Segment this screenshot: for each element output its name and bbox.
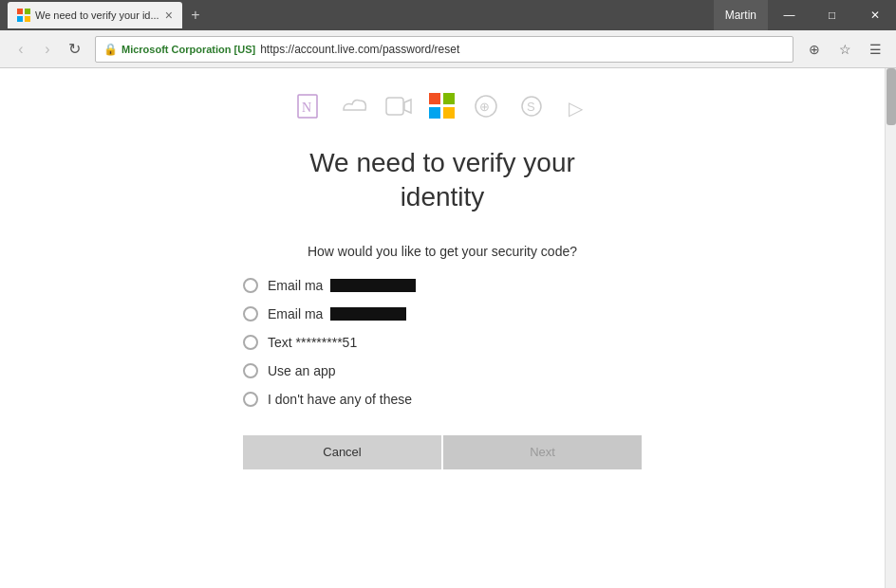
email1-label: Email ma bbox=[268, 278, 416, 293]
app-option[interactable]: Use an app bbox=[243, 363, 642, 378]
app-radio[interactable] bbox=[243, 363, 258, 378]
bookmark-button[interactable]: ☆ bbox=[831, 36, 858, 63]
maximize-button[interactable]: □ bbox=[811, 0, 853, 30]
email1-redacted bbox=[330, 279, 416, 292]
page-title: We need to verify your identity bbox=[309, 146, 575, 215]
app-label: Use an app bbox=[268, 363, 336, 378]
lock-icon: 🔒 bbox=[103, 43, 118, 56]
text-radio[interactable] bbox=[243, 335, 258, 350]
microsoft-logo bbox=[429, 93, 456, 119]
ms-logo-blue bbox=[429, 107, 440, 119]
question-text: How would you like to get your security … bbox=[308, 244, 577, 259]
minimize-button[interactable]: — bbox=[768, 0, 811, 30]
menu-button[interactable]: ☰ bbox=[862, 36, 888, 63]
email1-radio[interactable] bbox=[243, 278, 258, 293]
main-area: N bbox=[0, 68, 885, 588]
titlebar: We need to verify your id... × + Martin … bbox=[0, 0, 896, 30]
svg-text:▷: ▷ bbox=[569, 98, 584, 119]
none-label: I don't have any of these bbox=[268, 392, 412, 407]
scrollbar[interactable] bbox=[885, 68, 896, 588]
scrollbar-thumb[interactable] bbox=[887, 68, 896, 125]
username-label: Martin bbox=[725, 9, 756, 22]
navigation-toolbar: ‹ › ↻ 🔒 Microsoft Corporation [US] https… bbox=[0, 30, 896, 68]
toolbar-actions: ⊕ ☆ ☰ bbox=[801, 36, 888, 63]
svg-text:⊕: ⊕ bbox=[479, 100, 490, 114]
svg-rect-1 bbox=[25, 9, 30, 14]
xbox-icon: ⊕ bbox=[471, 91, 501, 121]
menu-icon: ☰ bbox=[869, 42, 882, 57]
user-profile-button[interactable]: Martin bbox=[714, 0, 768, 30]
active-tab[interactable]: We need to verify your id... × bbox=[8, 2, 182, 28]
forward-button[interactable]: › bbox=[34, 36, 61, 63]
email2-label: Email ma bbox=[268, 306, 406, 322]
page-content: N bbox=[0, 68, 896, 588]
extensions-button[interactable]: ⊕ bbox=[801, 36, 828, 63]
text-option[interactable]: Text *********51 bbox=[243, 335, 642, 350]
email2-option[interactable]: Email ma bbox=[243, 306, 642, 322]
svg-rect-6 bbox=[386, 98, 403, 115]
scrollbar-track bbox=[886, 68, 896, 588]
tab-favicon bbox=[17, 9, 30, 22]
ms-logo-yellow bbox=[443, 107, 455, 119]
secure-badge: Microsoft Corporation [US] bbox=[121, 44, 255, 55]
svg-rect-2 bbox=[17, 16, 23, 22]
svg-rect-0 bbox=[17, 9, 23, 14]
svg-rect-3 bbox=[25, 16, 30, 22]
url-text: https://account.live.com/password/reset bbox=[260, 43, 459, 56]
reload-icon: ↻ bbox=[68, 40, 81, 58]
email2-redacted bbox=[330, 307, 406, 321]
svg-text:S: S bbox=[527, 100, 535, 114]
options-container: Email ma Email ma Text *********51 bbox=[243, 278, 642, 407]
buttons-row: Cancel Next bbox=[243, 435, 642, 469]
skype-video-icon bbox=[383, 91, 414, 121]
tab-title: We need to verify your id... bbox=[35, 9, 159, 21]
new-tab-button[interactable]: + bbox=[182, 2, 209, 28]
browser-window: We need to verify your id... × + Martin … bbox=[0, 0, 896, 588]
none-option[interactable]: I don't have any of these bbox=[243, 392, 642, 407]
none-radio[interactable] bbox=[243, 392, 258, 407]
onenote-icon: N bbox=[292, 91, 323, 121]
forward-icon: › bbox=[45, 41, 49, 58]
window-controls: — □ ✕ bbox=[768, 0, 896, 30]
svg-text:N: N bbox=[302, 101, 311, 115]
close-window-button[interactable]: ✕ bbox=[853, 0, 896, 30]
ms-logo-red bbox=[429, 93, 440, 104]
address-bar[interactable]: 🔒 Microsoft Corporation [US] https://acc… bbox=[95, 36, 793, 63]
back-button[interactable]: ‹ bbox=[8, 36, 34, 63]
ms-icons-row: N bbox=[292, 68, 592, 137]
bing-icon: ▷ bbox=[562, 91, 592, 121]
email2-radio[interactable] bbox=[243, 306, 258, 322]
back-icon: ‹ bbox=[18, 41, 23, 58]
ms-logo-green bbox=[443, 93, 455, 104]
cancel-button[interactable]: Cancel bbox=[243, 435, 441, 469]
svg-marker-7 bbox=[404, 100, 411, 113]
extensions-icon: ⊕ bbox=[809, 42, 820, 57]
close-tab-button[interactable]: × bbox=[165, 8, 173, 23]
onedrive-icon bbox=[338, 91, 368, 121]
skype-icon: S bbox=[516, 91, 547, 121]
next-button[interactable]: Next bbox=[443, 435, 642, 469]
text-label: Text *********51 bbox=[268, 335, 357, 350]
bookmark-icon: ☆ bbox=[839, 42, 851, 57]
email1-option[interactable]: Email ma bbox=[243, 278, 642, 293]
reload-button[interactable]: ↻ bbox=[61, 36, 87, 63]
